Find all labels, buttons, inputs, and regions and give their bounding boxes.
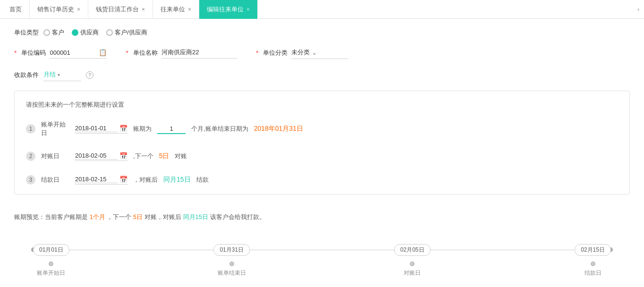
period-desc-before-2: ,下一个: [133, 152, 153, 160]
unit-category-star: *: [256, 49, 258, 57]
payment-terms-arrow: ▾: [58, 72, 60, 77]
unit-name-input[interactable]: [161, 47, 237, 59]
period-highlight-3: 同月15日: [163, 176, 191, 184]
period-date-3: 📅: [75, 176, 127, 185]
timeline-point-4: 02月15日 结款日: [575, 244, 611, 277]
period-desc-before-1: 账期为: [133, 125, 152, 133]
unit-category-arrow: ⌄: [312, 49, 317, 56]
radio-customer-label: 客户: [52, 28, 64, 37]
preview-prefix: 账期预览：当前客户账期是: [14, 213, 88, 220]
tab-edit-partner-close[interactable]: ×: [246, 6, 250, 13]
page-content: 单位类型 客户 供应商 客户/供应商 * 单位编码 📋: [0, 19, 644, 287]
unit-category-label: 单位分类: [263, 49, 288, 57]
radio-customer[interactable]: 客户: [43, 28, 64, 37]
timeline-dot-3: [410, 262, 415, 266]
preview-mid2: 对账，对账后: [144, 213, 181, 220]
timeline-point-2: 01月31日 账单结束日: [213, 244, 250, 277]
timeline-badge-4: 02月15日: [575, 244, 611, 256]
tab-cash-desk-label: 钱货日清工作台: [96, 5, 139, 14]
unit-code-group: * 单位编码 📋: [14, 47, 107, 59]
period-date-1: 📅: [75, 125, 127, 134]
tab-sales-history-label: 销售订单历史: [37, 5, 74, 14]
calendar-icon-1[interactable]: 📅: [119, 125, 127, 132]
preview-text: 账期预览：当前客户账期是 1个月 ，下一个 5日 对账，对账后 同月15日 该客…: [14, 213, 265, 220]
period-label-2: 对账日: [41, 152, 69, 160]
tab-cash-desk-close[interactable]: ×: [142, 6, 145, 13]
month-input[interactable]: [157, 124, 186, 134]
timeline-label-1: 账单开始日: [37, 269, 65, 277]
preview-mid1: ，下一个: [107, 213, 131, 220]
tab-edit-partner[interactable]: 编辑往来单位 ×: [199, 0, 258, 19]
timeline-dot-1: [49, 262, 53, 266]
radio-supplier[interactable]: 供应商: [72, 28, 99, 37]
unit-name-star: *: [126, 49, 128, 57]
timeline-label-2: 账单结束日: [218, 269, 246, 277]
payment-terms-label: 收款条件: [14, 71, 39, 79]
timeline-point-3: 02月05日 对账日: [394, 244, 431, 277]
period-num-2: 2: [26, 152, 35, 161]
radio-supplier-label: 供应商: [80, 28, 99, 37]
period-label-3: 结款日: [41, 176, 69, 184]
preview-highlight1: 1个月: [90, 213, 105, 220]
radio-customer-circle: [43, 29, 50, 36]
tab-partner-close[interactable]: ×: [188, 6, 191, 13]
timeline-badge-2: 01月31日: [213, 244, 250, 256]
tab-cash-desk[interactable]: 钱货日清工作台 ×: [88, 0, 153, 19]
payment-terms-select[interactable]: 月结 ▾: [43, 68, 81, 81]
period-num-1: 1: [26, 124, 35, 134]
period-row-3: 3 结款日 📅 ，对账后 同月15日 结款: [26, 175, 618, 185]
unit-code-input[interactable]: [50, 47, 97, 58]
period-date-2: 📅: [75, 152, 127, 161]
radio-both[interactable]: 客户/供应商: [106, 28, 147, 37]
unit-type-label: 单位类型: [14, 28, 39, 37]
period-row-1: 1 账单开始日 📅 账期为 个月,账单结束日期为 2018年01月31日: [26, 120, 618, 137]
preview-section: 账期预览：当前客户账期是 1个月 ，下一个 5日 对账，对账后 同月15日 该客…: [14, 204, 630, 230]
radio-both-label: 客户/供应商: [115, 28, 147, 37]
timeline-dot-2: [229, 262, 234, 266]
period-num-3: 3: [26, 175, 35, 185]
preview-highlight3: 同月15日: [183, 213, 208, 220]
help-icon[interactable]: ?: [86, 71, 93, 79]
preview-suffix: 该客户会给我打款。: [210, 213, 265, 220]
tabs-bar: 首页 销售订单历史 × 钱货日清工作台 × 往来单位 × 编辑往来单位 × ›: [0, 0, 644, 19]
period-date-input-1[interactable]: [75, 125, 118, 132]
tab-sales-history-close[interactable]: ×: [77, 6, 80, 13]
tab-home-label: 首页: [9, 5, 22, 14]
preview-highlight2: 5日: [133, 213, 143, 220]
period-row-2: 2 对账日 📅 ,下一个 5日 对账: [26, 152, 618, 161]
calendar-icon-3[interactable]: 📅: [119, 176, 127, 183]
period-section: 请按照未来的一个完整帐期进行设置 1 账单开始日 📅 账期为 个月,账单结束日期…: [14, 91, 630, 194]
period-desc-after-2: 对账: [175, 152, 187, 160]
unit-name-group: * 单位名称: [126, 47, 237, 59]
unit-code-icon[interactable]: 📋: [99, 49, 107, 56]
period-desc-before-3: ，对账后: [133, 176, 158, 184]
tab-edit-partner-label: 编辑往来单位: [207, 5, 244, 14]
tab-partner-label: 往来单位: [161, 5, 185, 14]
timeline-label-3: 对账日: [404, 269, 421, 277]
tabs-scroll-arrow[interactable]: ›: [633, 0, 644, 19]
unit-info-row: * 单位编码 📋 * 单位名称 * 单位分类 未分类 ⌄: [14, 46, 630, 59]
unit-category-group: * 单位分类 未分类 ⌄: [256, 46, 348, 59]
unit-type-row: 单位类型 客户 供应商 客户/供应商: [14, 28, 630, 37]
timeline-dot-4: [591, 262, 595, 266]
unit-name-label: 单位名称: [133, 49, 158, 57]
unit-category-select[interactable]: 未分类 ⌄: [291, 46, 348, 59]
period-desc-after-1: 个月,账单结束日期为: [191, 125, 248, 133]
tab-partner[interactable]: 往来单位 ×: [153, 0, 199, 19]
tab-home[interactable]: 首页: [0, 0, 30, 19]
timeline-badge-3: 02月05日: [394, 244, 431, 256]
period-highlight-1: 2018年01月31日: [254, 125, 303, 133]
unit-code-label: 单位编码: [21, 49, 46, 57]
radio-both-circle: [106, 29, 113, 36]
timeline-section: 01月01日 账单开始日 01月31日 账单结束日 02月05日 对账日 02月…: [14, 230, 630, 287]
period-label-1: 账单开始日: [41, 120, 69, 137]
period-highlight-2: 5日: [159, 152, 169, 160]
unit-code-input-wrapper: 📋: [50, 47, 107, 59]
period-date-input-2[interactable]: [75, 152, 118, 160]
timeline-label-4: 结款日: [585, 269, 602, 277]
tab-sales-history[interactable]: 销售订单历史 ×: [30, 0, 88, 19]
unit-code-star: *: [14, 49, 17, 57]
period-desc-after-3: 结款: [196, 176, 209, 184]
period-date-input-3[interactable]: [75, 176, 118, 183]
calendar-icon-2[interactable]: 📅: [119, 152, 127, 160]
